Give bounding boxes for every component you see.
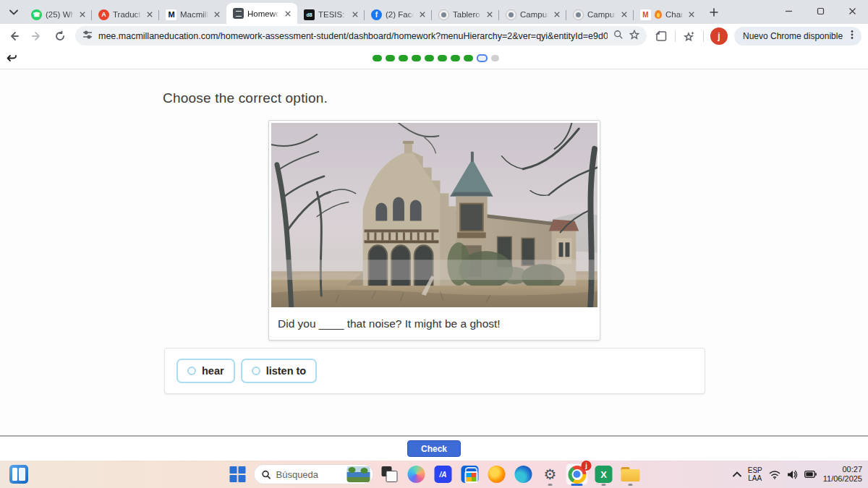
browser-toolbar: mee.macmillaneducation.com/homework-asse… — [0, 24, 868, 48]
site-info-icon[interactable] — [82, 30, 93, 43]
wifi-icon[interactable] — [769, 470, 780, 479]
restore-button[interactable] — [804, 0, 836, 22]
volume-icon[interactable] — [787, 470, 798, 479]
file-explorer-button[interactable] — [620, 463, 642, 485]
progress-dot-done[interactable] — [451, 55, 460, 61]
minimize-button[interactable] — [773, 0, 804, 22]
search-placeholder: Búsqueda — [276, 469, 342, 480]
firefox-button[interactable] — [486, 463, 508, 485]
bookmark-star-icon[interactable] — [629, 30, 639, 43]
taskbar-search-field[interactable]: Búsqueda — [254, 464, 374, 484]
macmillan-favicon-icon — [166, 9, 176, 20]
question-card: Did you ____ that noise? It might be a g… — [268, 120, 600, 341]
extensions-star-icon[interactable] — [682, 29, 697, 43]
system-tray: ESP LAA 00:27 11/06/2025 — [733, 461, 862, 488]
back-to-list-icon[interactable] — [4, 51, 19, 66]
tray-chevron-up-icon[interactable] — [733, 471, 741, 477]
option-hear-button[interactable]: hear — [176, 359, 235, 383]
tab-close-icon[interactable] — [77, 9, 88, 20]
battery-icon[interactable] — [804, 471, 817, 478]
language-line1: ESP — [748, 466, 762, 474]
options-card: hear listen to — [164, 348, 705, 394]
back-icon[interactable] — [4, 27, 23, 46]
window-controls — [773, 0, 868, 24]
gear-icon: ⚙ — [544, 467, 557, 481]
tab-title: TESIS: TEO — [318, 10, 346, 19]
edge-button[interactable] — [513, 463, 535, 485]
language-indicator[interactable]: ESP LAA — [748, 466, 762, 482]
taskbar-center-icons: Búsqueda ⚙ j — [227, 461, 642, 488]
tab-search-chevron-icon[interactable] — [4, 3, 23, 22]
side-panel-icon[interactable] — [654, 29, 668, 43]
tab-close-icon[interactable] — [686, 9, 697, 20]
tab-traductor[interactable]: Traductor — [92, 5, 159, 24]
tab-close-icon[interactable] — [283, 9, 293, 19]
tab-homework-active[interactable]: Homework — [226, 3, 297, 24]
search-in-page-icon[interactable] — [613, 30, 624, 43]
progress-dot-done[interactable] — [373, 55, 382, 61]
tab-list: (25) Whats Traductor Macmillan Homework — [25, 0, 701, 24]
tab-tablero[interactable]: Tablero — [432, 5, 499, 24]
check-button[interactable]: Check — [407, 440, 461, 457]
copilot-icon — [408, 466, 425, 483]
progress-dot-current[interactable] — [477, 54, 488, 62]
edge-icon — [515, 466, 532, 483]
progress-dot-done[interactable] — [399, 55, 408, 61]
exercise-content: Choose the correct option. — [0, 70, 868, 435]
exercise-footer: Check — [0, 435, 868, 461]
windows-taskbar: Búsqueda ⚙ j ESP LAA — [0, 461, 868, 488]
question-text: Did you ____ that noise? It might be a g… — [269, 309, 600, 338]
taskbar-clock[interactable]: 00:27 11/06/2025 — [823, 465, 862, 484]
progress-dot-done[interactable] — [425, 55, 434, 61]
tab-close-icon[interactable] — [145, 9, 155, 20]
close-window-button[interactable] — [836, 0, 868, 22]
tab-macmillan[interactable]: Macmillan — [159, 5, 226, 24]
clock-date: 11/06/2025 — [823, 474, 862, 483]
progress-dot-done[interactable] — [386, 55, 395, 61]
tab-tesis[interactable]: TESIS: TEO — [297, 5, 365, 24]
address-bar[interactable]: mee.macmillaneducation.com/homework-asse… — [75, 26, 647, 46]
task-view-button[interactable] — [379, 463, 401, 485]
tab-facebook[interactable]: (2) Facebo — [365, 5, 432, 24]
progress-dot-upcoming[interactable] — [491, 55, 499, 61]
reload-icon[interactable] — [51, 27, 69, 46]
tab-close-icon[interactable] — [212, 9, 222, 20]
copilot-button[interactable] — [406, 463, 427, 485]
chrome-button-active[interactable]: j — [566, 463, 588, 485]
tab-close-icon[interactable] — [619, 9, 629, 20]
profile-avatar[interactable]: j — [710, 27, 728, 45]
excel-button[interactable] — [593, 463, 615, 485]
microsoft-store-button[interactable] — [459, 463, 481, 485]
chrome-profile-badge: j — [582, 461, 592, 471]
tab-close-icon[interactable] — [350, 9, 360, 20]
widgets-icon[interactable] — [9, 465, 28, 484]
tab-close-icon[interactable] — [485, 9, 495, 20]
tab-campus-1[interactable]: Campus V — [499, 5, 566, 24]
tab-campus-2[interactable]: Campus V — [566, 5, 634, 24]
exercise-title: Choose the correct option. — [163, 90, 328, 106]
clock-time: 00:27 — [842, 465, 862, 474]
settings-button[interactable]: ⚙ — [540, 463, 561, 485]
progress-dot-done[interactable] — [464, 55, 473, 61]
folder-icon — [621, 467, 640, 481]
option-listen-to-button[interactable]: listen to — [241, 359, 318, 383]
exercise-progress-bar — [0, 48, 868, 69]
ia-app-button[interactable] — [433, 463, 454, 485]
forward-icon[interactable] — [27, 27, 46, 46]
tab-title: Campus V — [520, 10, 548, 19]
progress-dot-done[interactable] — [438, 55, 447, 61]
start-button[interactable] — [227, 463, 249, 485]
tab-close-icon[interactable] — [417, 9, 427, 20]
tab-close-icon[interactable] — [552, 9, 562, 20]
url-text[interactable]: mee.macmillaneducation.com/homework-asse… — [98, 31, 608, 41]
chrome-update-button[interactable]: Nuevo Chrome disponible — [734, 27, 861, 46]
tab-whatsapp[interactable]: (25) Whats — [25, 5, 92, 24]
toolbar-separator — [703, 30, 704, 42]
tab-title: Macmillan — [180, 10, 208, 19]
new-tab-button[interactable] — [705, 4, 723, 21]
progress-dot-done[interactable] — [412, 55, 421, 61]
tab-gmail-charla[interactable]: Charla — [634, 5, 701, 24]
tab-title: Traductor — [113, 10, 141, 19]
menu-kebab-icon[interactable] — [847, 30, 857, 42]
bing-daily-image[interactable] — [347, 466, 370, 482]
